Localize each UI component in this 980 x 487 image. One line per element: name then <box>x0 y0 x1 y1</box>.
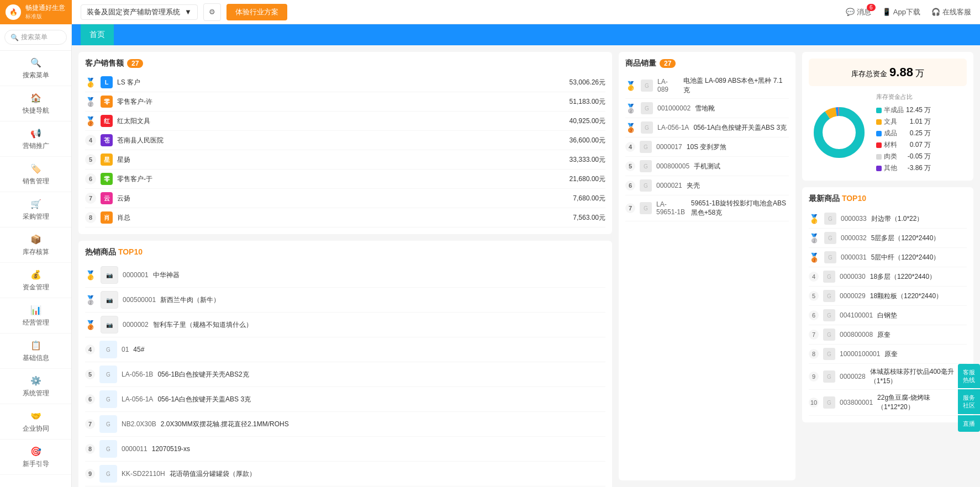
rank-number: 4 <box>625 142 635 152</box>
product-rank-list: 🥇 G LA-089 电池盖 LA-089 ABS本色+黑种 7.1克 🥈 G … <box>625 73 789 221</box>
inventory-unit: 万 <box>915 68 924 78</box>
customer-ranking-title: 客户销售额 <box>85 59 124 68</box>
message-button[interactable]: 💬 消息 6 <box>846 7 871 17</box>
product-name: 封边带（1.0*22） <box>871 214 924 224</box>
customer-avatar: 星 <box>101 153 113 166</box>
hot-products-card: 热销商品 TOP10 🥇 📷 0000001 中华神器 🥈 📷 00050000… <box>78 241 612 487</box>
product-name: 056-1A白色按键开关盖ABS 3克 <box>693 123 787 133</box>
product-thumbnail: G <box>823 348 835 360</box>
sidebar-item-inventory[interactable]: 📦 库存核算 <box>0 227 71 263</box>
nav-home[interactable]: 首页 <box>81 24 114 45</box>
guide-icon: 🎯 <box>30 445 42 457</box>
app-download-button[interactable]: 📱 App下载 <box>882 7 920 17</box>
rank-number: 7 <box>85 419 95 429</box>
newest-product-item: 8 G 10000100001 原奎 <box>809 345 967 364</box>
legend-color-dot <box>876 131 882 136</box>
product-rank-item: 4 G 0000017 10S 变刹罗煞 <box>625 137 789 157</box>
legend-category-name: 半成品 <box>884 105 904 115</box>
sidebar-item-label: 经营管理 <box>23 318 49 327</box>
customer-name: 星扬 <box>117 155 565 165</box>
product-name: 智利车子里（规格不知道填什么） <box>153 320 252 330</box>
hot-product-item: 9 G KK-SD22110H 花语萌值温分罐罐袋（厚款） <box>85 462 605 486</box>
sidebar-item-company[interactable]: 🤝 企业协同 <box>0 404 71 440</box>
company-icon: 🤝 <box>30 410 42 422</box>
inventory-legend-item: 成品 0.25 万 <box>876 128 931 139</box>
customer-name: 红太阳文具 <box>117 117 565 126</box>
settings-button[interactable]: ⚙ <box>203 3 221 21</box>
product-thumbnail: G <box>823 396 835 409</box>
search-menu-label: 搜索菜单 <box>21 33 48 42</box>
inventory-legend-item: 半成品 12.45 万 <box>876 104 931 116</box>
legend-category-name: 肉类 <box>884 152 905 161</box>
sidebar-item-purchase[interactable]: 🛒 采购管理 <box>0 192 71 227</box>
medal-icon: 🥈 <box>809 233 820 244</box>
sidebar-item-sales[interactable]: 🏷️ 销售管理 <box>0 157 71 192</box>
medal-icon: 🥇 <box>85 77 96 88</box>
customer-name: LS 客户 <box>117 78 565 87</box>
legend-color-dot <box>876 142 882 148</box>
support-community-button[interactable]: 服务社区 <box>958 389 980 414</box>
product-ranking-title: 商品销量 <box>625 59 656 68</box>
system-icon: ⚙️ <box>30 374 42 387</box>
trial-button[interactable]: 体验行业方案 <box>226 4 287 20</box>
product-thumbnail: G <box>641 121 653 134</box>
newest-product-item: 10 G 003800001 22g鱼豆腐-烧烤味（1*12*20） <box>809 390 967 416</box>
sidebar-search-area[interactable]: 🔍 搜索菜单 <box>0 24 71 51</box>
product-name: 夹壳 <box>687 181 700 190</box>
hot-product-item: 6 G LA-056-1A 056-1A白色按键开关盖ABS 3克 <box>85 387 605 412</box>
sidebar-item-marketing[interactable]: 📢 营销推广 <box>0 121 71 157</box>
chevron-down-icon: ▼ <box>185 8 192 16</box>
product-name: 手机测试 <box>694 162 720 171</box>
customer-avatar: 红 <box>101 115 113 127</box>
product-code: 10000100001 <box>840 350 880 358</box>
customer-avatar: 零 <box>101 173 113 185</box>
product-name: 原奎 <box>877 330 891 340</box>
customer-avatar: L <box>101 76 113 88</box>
sidebar-item-finance[interactable]: 💰 资金管理 <box>0 263 71 298</box>
online-service-label: 在线客服 <box>942 7 971 17</box>
search-menu-button[interactable]: 🔍 搜索菜单 <box>4 30 67 45</box>
product-thumbnail: G <box>823 290 835 302</box>
product-name: 中华神器 <box>153 271 180 280</box>
legend-category-value: -0.05 万 <box>908 152 931 161</box>
quick-nav-icon: 🏠 <box>30 92 42 104</box>
customer-name: 苍南县人民医院 <box>117 136 565 145</box>
svg-point-1 <box>818 112 860 153</box>
support-live-button[interactable]: 直播 <box>958 415 980 432</box>
support-hotline-button[interactable]: 客服热线 <box>958 364 980 389</box>
product-thumbnail: G <box>823 271 835 283</box>
sidebar-item-guide[interactable]: 🎯 新手引导 <box>0 440 71 475</box>
medal-icon: 🥈 <box>85 97 96 107</box>
system-selector[interactable]: 装备及固定资产辅助管理系统 ▼ <box>81 4 198 20</box>
customer-name: 零售客户-于 <box>117 174 565 184</box>
legend-category-value: 0.07 万 <box>910 140 931 150</box>
product-thumbnail: G <box>823 370 835 383</box>
customer-amount: 36,600.00元 <box>570 136 605 145</box>
sidebar-item-operations[interactable]: 📊 经营管理 <box>0 298 71 334</box>
inventory-legend: 半成品 12.45 万 文具 1.01 万 成品 0.25 万 材料 0.07 … <box>876 104 931 174</box>
message-badge: 6 <box>867 4 876 11</box>
sidebar-item-system[interactable]: ⚙️ 系统管理 <box>0 369 71 404</box>
hot-products-list: 🥇 📷 0000001 中华神器 🥈 📷 000500001 新西兰牛肉（新牛）… <box>85 263 605 486</box>
sidebar-item-search[interactable]: 🔍 搜索菜单 <box>0 51 71 86</box>
product-name: 59651-1B旋转投影灯电池盒ABS黑色+58克 <box>691 199 789 218</box>
hot-product-item: 🥇 📷 0000001 中华神器 <box>85 263 605 288</box>
sidebar-item-label: 营销推广 <box>23 141 49 151</box>
product-code: KK-SD22110H <box>122 470 165 478</box>
hot-product-item: 7 G NB2.0X30B 2.0X30MM双摆花轴.摆花直径2.1MM/ROH… <box>85 412 605 437</box>
product-name: 18颗粒板（1220*2440） <box>870 292 942 301</box>
online-service-button[interactable]: 🎧 在线客服 <box>931 7 971 17</box>
sidebar-item-quick-nav[interactable]: 🏠 快捷导航 <box>0 86 71 121</box>
legend-color-dot <box>876 154 882 160</box>
sidebar-item-label: 销售管理 <box>23 177 49 186</box>
product-thumbnail: G <box>641 102 653 114</box>
sidebar-item-base[interactable]: 📋 基础信息 <box>0 334 71 369</box>
product-rank-item: 7 G LA-59651-1B 59651-1B旋转投影灯电池盒ABS黑色+58… <box>625 195 789 221</box>
product-code: 0000002 <box>123 321 149 329</box>
product-code: LA-056-1A <box>657 124 689 131</box>
app-download-label: App下载 <box>893 7 920 17</box>
newest-products-title: 最新商品 TOP10 <box>809 194 866 204</box>
product-thumbnail: G <box>824 232 836 244</box>
logo-subtitle: 标准版 <box>25 13 65 20</box>
legend-category-name: 成品 <box>884 129 908 138</box>
